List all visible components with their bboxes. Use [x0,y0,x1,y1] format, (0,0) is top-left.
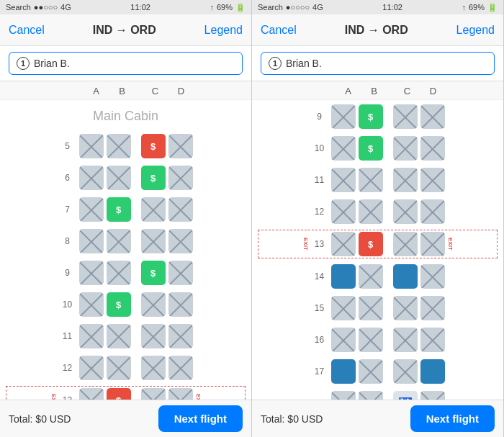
seat-row-r11: 11 [252,166,503,194]
seat-8b[interactable] [107,229,131,253]
seat-13c[interactable] [141,388,166,400]
seat-10a[interactable] [79,292,104,317]
seat-r18b[interactable] [359,391,383,400]
col-headers-right: A B C D [252,81,503,100]
seat-8d[interactable] [168,229,193,253]
seat-5d[interactable] [168,134,193,158]
seat-r11d[interactable] [420,168,445,192]
seat-r13c[interactable] [393,232,418,256]
row-num-r11: 11 [310,175,330,185]
seat-13a[interactable] [79,388,104,400]
seat-7b[interactable]: $ [107,197,131,222]
search-label-left: Search [6,3,31,12]
legend-button-left[interactable]: Legend [204,24,243,37]
seat-13d[interactable] [168,388,193,400]
seat-r12a[interactable] [331,199,356,224]
seat-13b[interactable]: $ [107,388,131,400]
seat-row-5: 5 $ [0,132,251,160]
seat-11a[interactable] [79,324,104,348]
seat-12c[interactable] [141,356,166,380]
col-headers-left: A B C D [0,81,251,100]
row-num-13: 13 [58,395,78,400]
seat-r9a[interactable] [331,104,356,129]
seat-r14d[interactable] [420,264,445,289]
seat-9d[interactable] [168,261,193,285]
seat-11b[interactable] [107,324,131,348]
seat-r13a[interactable] [331,232,356,256]
row-num-r18: 18 [310,398,330,400]
seat-r18a[interactable] [331,391,356,400]
next-flight-button-left[interactable]: Next flight [158,405,243,432]
seat-9a[interactable] [79,261,104,285]
seat-12b[interactable] [107,356,131,380]
seat-7d[interactable] [168,197,193,222]
row-num-6: 6 [58,173,78,183]
passenger-field-left[interactable]: 1 Brian B. [9,52,243,75]
seat-10c[interactable] [141,292,166,317]
seat-r10b[interactable]: $ [359,136,383,161]
next-flight-button-right[interactable]: Next flight [410,405,495,432]
seat-r18d[interactable] [420,391,445,400]
seat-5a[interactable] [79,134,104,158]
seat-r15d[interactable] [420,296,445,320]
network-left: 4G [60,3,71,12]
seat-r16b[interactable] [359,328,383,352]
seat-r12d[interactable] [420,199,445,224]
seat-6b[interactable] [107,166,131,190]
seat-r11b[interactable] [359,168,383,192]
cancel-button-left[interactable]: Cancel [9,24,45,37]
seat-10b[interactable]: $ [107,292,131,317]
seat-9b[interactable] [107,261,131,285]
seat-12a[interactable] [79,356,104,380]
seat-row-r15: 15 [252,294,503,322]
seat-r14a[interactable] [331,264,356,289]
seat-6d[interactable] [168,166,193,190]
seat-r10c[interactable] [393,136,418,161]
seat-r10a[interactable] [331,136,356,161]
seat-7c[interactable] [141,197,166,222]
seat-r18c-restroom: 🚻 [393,391,418,400]
seat-r17c[interactable] [393,359,418,384]
seat-r17a[interactable] [331,359,356,384]
legend-button-right[interactable]: Legend [456,24,495,37]
seat-r12b[interactable] [359,199,383,224]
seat-r15a[interactable] [331,296,356,320]
seat-r17d[interactable] [420,359,445,384]
seat-12d[interactable] [168,356,193,380]
seat-10d[interactable] [168,292,193,317]
cancel-button-right[interactable]: Cancel [261,24,297,37]
seat-11d[interactable] [168,324,193,348]
seat-r16a[interactable] [331,328,356,352]
seat-r15b[interactable] [359,296,383,320]
seat-11c[interactable] [141,324,166,348]
battery-icon-right: 🔋 [487,3,498,12]
seat-r11a[interactable] [331,168,356,192]
row-num-r9: 9 [310,112,330,122]
seat-r14b[interactable] [359,264,383,289]
seat-r9b[interactable]: $ [359,104,383,129]
seat-5b[interactable] [107,134,131,158]
seat-map-right: 9 $ 10 $ 11 12 [252,100,503,400]
seat-r9d[interactable] [420,104,445,129]
seat-r16d[interactable] [420,328,445,352]
status-bar-right: Search ●○○○○ 4G 11:02 ↑ 69% 🔋 [252,0,503,14]
seat-9c[interactable]: $ [141,261,166,285]
passenger-field-right[interactable]: 1 Brian B. [261,52,495,75]
seat-7a[interactable] [79,197,104,222]
seat-5c[interactable]: $ [141,134,166,158]
seat-r9c[interactable] [393,104,418,129]
seat-8c[interactable] [141,229,166,253]
seat-r10d[interactable] [420,136,445,161]
seat-6c[interactable]: $ [141,166,166,190]
panel-left: Search ●●○○○ 4G 11:02 ↑ 69% 🔋 Cancel IND… [0,0,252,437]
seat-r11c[interactable] [393,168,418,192]
seat-r13b[interactable]: $ [359,232,383,256]
seat-r16c[interactable] [393,328,418,352]
seat-r17b[interactable] [359,359,383,384]
seat-6a[interactable] [79,166,104,190]
seat-r12c[interactable] [393,199,418,224]
seat-r15c[interactable] [393,296,418,320]
seat-r13d[interactable] [420,232,445,256]
seat-r14c[interactable] [393,264,418,289]
seat-8a[interactable] [79,229,104,253]
